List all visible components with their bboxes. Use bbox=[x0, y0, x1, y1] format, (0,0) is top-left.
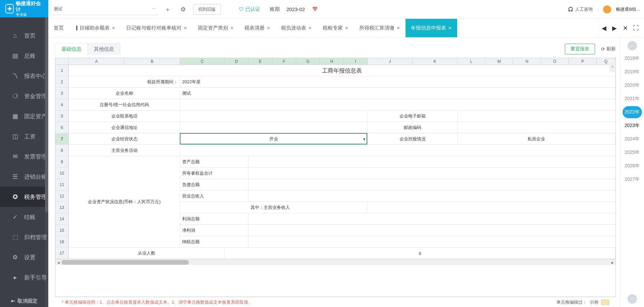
cell[interactable]: 私营企业 bbox=[458, 133, 615, 145]
tabs-prev-button[interactable]: ◀ bbox=[598, 19, 609, 38]
dropdown-icon[interactable]: ▼ bbox=[363, 137, 366, 141]
row-header-8[interactable]: 8 bbox=[55, 145, 69, 156]
cell[interactable]: 工商年报信息表 bbox=[69, 65, 615, 76]
col-header-I[interactable]: I bbox=[344, 58, 368, 64]
cell[interactable]: 开业▼ bbox=[180, 133, 368, 145]
close-icon[interactable]: ✕ bbox=[230, 26, 234, 31]
cell[interactable]: 2022年度 bbox=[180, 76, 615, 88]
col-header-D[interactable]: D bbox=[225, 58, 249, 64]
close-icon[interactable]: ✕ bbox=[396, 26, 400, 31]
row-header-1[interactable]: 1 bbox=[55, 65, 69, 76]
close-icon[interactable]: ✕ bbox=[183, 26, 187, 31]
tab-3[interactable]: 固定资产类别✕ bbox=[193, 19, 239, 37]
sidebar-item-0[interactable]: ⌂首页 bbox=[0, 26, 48, 46]
tabs-close-button[interactable]: ✕ bbox=[620, 19, 631, 38]
scroll-left-icon[interactable]: ◂ bbox=[55, 259, 61, 265]
col-header-F[interactable]: F bbox=[272, 58, 296, 64]
cell[interactable]: 从业人数 bbox=[69, 248, 225, 259]
tab-2[interactable]: 日记账与银行对账单核对✕ bbox=[121, 19, 193, 37]
sidebar-item-8[interactable]: ✪税务管理 bbox=[0, 187, 48, 207]
cell[interactable]: 0 bbox=[225, 248, 615, 259]
tab-6[interactable]: 税检专家✕ bbox=[317, 19, 354, 37]
reset-report-button[interactable]: 重置报表 bbox=[565, 44, 595, 54]
collapse-year-panel-button[interactable]: « bbox=[609, 60, 615, 72]
row-header-13[interactable]: 13 bbox=[55, 202, 69, 213]
spreadsheet[interactable]: ABCDEFGHIJKLMNOPQ 1工商年报信息表2税款所属期间：2022年度… bbox=[55, 58, 616, 297]
row-header-7[interactable]: 7 bbox=[55, 133, 69, 145]
row-header-5[interactable]: 5 bbox=[55, 111, 69, 122]
sidebar-item-10[interactable]: ⬚归档管理 bbox=[0, 227, 48, 247]
tab-1[interactable]: ▎目辅助余额表✕ bbox=[69, 19, 121, 37]
year-item[interactable]: 2024年 bbox=[623, 133, 642, 145]
add-button[interactable]: ＋ bbox=[162, 4, 173, 15]
year-item[interactable]: 2020年 bbox=[623, 79, 642, 91]
support-button[interactable]: 🎧 人工咨询 bbox=[568, 6, 593, 12]
row-header-2[interactable]: 2 bbox=[55, 76, 69, 88]
sidebar-item-6[interactable]: ✉发票管理 bbox=[0, 146, 48, 167]
tab-0[interactable]: 首页 bbox=[48, 19, 69, 37]
close-icon[interactable]: ✕ bbox=[308, 26, 312, 31]
sidebar-item-1[interactable]: ▤总账 bbox=[0, 46, 48, 66]
col-header-L[interactable]: L bbox=[458, 58, 485, 64]
cell[interactable]: 所有者权益合计 bbox=[180, 168, 249, 179]
cell[interactable]: 营业总收入 bbox=[180, 190, 249, 202]
refresh-button[interactable]: ⟳ 刷新 bbox=[601, 46, 616, 52]
horizontal-scrollbar[interactable]: ◂ ▸ bbox=[55, 259, 615, 265]
avatar[interactable] bbox=[603, 5, 611, 13]
row-header-11[interactable]: 11 bbox=[55, 179, 69, 190]
company-selector[interactable]: 测试 ﹀ bbox=[52, 4, 158, 15]
sidebar-item-11[interactable]: ⚙设置 bbox=[0, 247, 48, 267]
col-header-B[interactable]: B bbox=[124, 58, 180, 64]
sidebar-item-12[interactable]: ▸新手引导 bbox=[0, 267, 48, 288]
col-header-C[interactable]: C bbox=[180, 58, 225, 64]
row-header-16[interactable]: 16 bbox=[55, 236, 69, 248]
row-header-15[interactable]: 15 bbox=[55, 225, 69, 236]
cell[interactable]: 企业通信地址 bbox=[69, 122, 180, 133]
year-item[interactable]: 2018年 bbox=[623, 52, 642, 64]
year-down-button[interactable]: ﹀ bbox=[628, 294, 637, 304]
col-header-J[interactable]: J bbox=[368, 58, 413, 64]
col-header-O[interactable]: O bbox=[541, 58, 569, 64]
tabs-expand-button[interactable]: ⛶ bbox=[631, 19, 641, 38]
sheet-tab-1[interactable]: 其他信息 bbox=[88, 43, 120, 55]
sidebar-scrollbar[interactable] bbox=[45, 17, 48, 307]
tab-5[interactable]: 税负波动表✕ bbox=[276, 19, 317, 37]
user-name[interactable]: 畅捷通B组... bbox=[616, 6, 640, 12]
sidebar-item-5[interactable]: ◫工资 bbox=[0, 126, 48, 146]
unpin-button[interactable]: ⇤ 取消固定 bbox=[0, 295, 48, 307]
cell[interactable]: 邮政编码 bbox=[368, 122, 458, 133]
cell[interactable]: 负债总额 bbox=[180, 179, 249, 190]
tab-8[interactable]: 年报信息申报表✕ bbox=[406, 19, 457, 37]
col-header-N[interactable]: N bbox=[513, 58, 541, 64]
cell[interactable]: 注册号/统一社会信用代码 bbox=[69, 99, 180, 111]
col-header-K[interactable]: K bbox=[413, 58, 458, 64]
cell[interactable]: 资产总额 bbox=[180, 156, 249, 168]
sidebar-item-7[interactable]: ☰进销台账 bbox=[0, 167, 48, 187]
year-item[interactable]: 2023年 bbox=[623, 120, 642, 132]
sidebar-item-4[interactable]: ▦固定资产 bbox=[0, 106, 48, 126]
year-item[interactable]: 2027年 bbox=[623, 173, 642, 185]
cell[interactable]: 主营业务活动 bbox=[69, 145, 180, 156]
row-header-6[interactable]: 6 bbox=[55, 122, 69, 133]
tab-7[interactable]: 所得税汇算清缴✕ bbox=[354, 19, 406, 37]
tabs-next-button[interactable]: ▶ bbox=[609, 19, 620, 38]
cell[interactable]: 企业控股情况 bbox=[368, 133, 458, 145]
row-header-9[interactable]: 9 bbox=[55, 156, 69, 168]
year-item[interactable]: 2021年 bbox=[623, 93, 642, 105]
col-header-H[interactable]: H bbox=[320, 58, 344, 64]
cell[interactable]: 企业经营状态 bbox=[69, 133, 180, 145]
sidebar-item-9[interactable]: ✓结账 bbox=[0, 207, 48, 227]
row-header-17[interactable]: 17 bbox=[55, 248, 69, 259]
col-header-G[interactable]: G bbox=[296, 58, 320, 64]
col-header-A[interactable]: A bbox=[69, 58, 124, 64]
cell[interactable]: 纳税总额 bbox=[180, 236, 249, 248]
close-icon[interactable]: ✕ bbox=[112, 26, 115, 31]
row-header-12[interactable]: 12 bbox=[55, 190, 69, 202]
sidebar-item-3[interactable]: ❍资金管理 bbox=[0, 86, 48, 106]
close-icon[interactable]: ✕ bbox=[267, 26, 270, 31]
year-item[interactable]: 2025年 bbox=[623, 146, 642, 159]
row-header-4[interactable]: 4 bbox=[55, 99, 69, 111]
year-up-button[interactable]: ︿ bbox=[628, 41, 637, 50]
year-item[interactable]: 2022年 bbox=[623, 106, 642, 118]
cell[interactable]: 企业电子邮箱 bbox=[368, 111, 458, 122]
